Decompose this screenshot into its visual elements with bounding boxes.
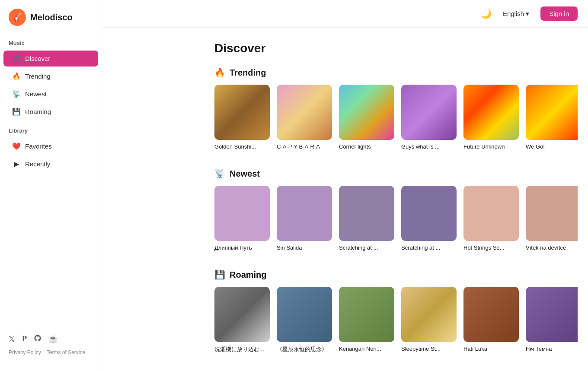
card-thumbnail bbox=[277, 85, 332, 140]
card-item[interactable]: Scratching at ... bbox=[339, 186, 394, 252]
card-thumbnail bbox=[401, 186, 457, 241]
page-title: Discover bbox=[214, 41, 578, 55]
theme-toggle-button[interactable]: 🌙 bbox=[481, 9, 492, 19]
trending-section-icon: 🔥 bbox=[214, 67, 225, 78]
sidebar: 🎸 Melodisco Music 🎵 Discover 🔥 Trending … bbox=[0, 0, 102, 371]
card-thumbnail bbox=[277, 287, 332, 342]
sidebar-item-trending[interactable]: 🔥 Trending bbox=[3, 68, 98, 84]
card-thumbnail bbox=[214, 186, 270, 241]
newest-section-header: 📡 Newest bbox=[214, 168, 578, 179]
sidebar-item-label: Roaming bbox=[25, 108, 51, 115]
music-section-label: Music bbox=[0, 40, 102, 50]
roaming-icon: 💾 bbox=[12, 108, 21, 116]
terms-of-service-link[interactable]: Terms of Service bbox=[47, 349, 85, 355]
roaming-section-icon: 💾 bbox=[214, 270, 225, 280]
sidebar-footer: 𝕏 𝐏 ☕ Privacy Policy Terms of Service bbox=[0, 327, 102, 362]
card-thumbnail bbox=[526, 85, 578, 140]
language-selector[interactable]: English ▾ bbox=[499, 7, 534, 20]
chevron-down-icon: ▾ bbox=[526, 10, 529, 18]
roaming-section-header: 💾 Roaming bbox=[214, 270, 578, 280]
trending-section-header: 🔥 Trending bbox=[214, 67, 578, 78]
sidebar-item-label: Discover bbox=[25, 55, 50, 62]
discover-icon: 🎵 bbox=[12, 54, 21, 63]
newest-section-label: Newest bbox=[230, 169, 260, 179]
card-thumbnail bbox=[401, 85, 457, 140]
sidebar-item-discover[interactable]: 🎵 Discover bbox=[3, 51, 98, 67]
logo[interactable]: 🎸 Melodisco bbox=[0, 9, 102, 36]
card-item[interactable]: C-A-P-Y-B-A-R-A bbox=[277, 85, 332, 151]
card-label: Hati Luka bbox=[463, 346, 519, 352]
sidebar-item-favorites[interactable]: ❤️ Favorites bbox=[3, 138, 98, 154]
sidebar-item-label: Favorites bbox=[25, 143, 52, 150]
card-thumbnail bbox=[339, 85, 394, 140]
card-item[interactable]: Golden Sunshi... bbox=[214, 85, 270, 151]
card-label: 《星辰永恒的思念》 bbox=[277, 346, 332, 353]
card-label: Guys what is ... bbox=[401, 143, 457, 150]
sidebar-item-label: Recently bbox=[25, 160, 50, 168]
roaming-section-label: Roaming bbox=[230, 270, 267, 280]
card-item[interactable]: Sin Salida bbox=[277, 186, 332, 252]
favorites-icon: ❤️ bbox=[12, 142, 21, 150]
sidebar-item-newest[interactable]: 📡 Newest bbox=[3, 86, 98, 102]
card-item[interactable]: Hati Luka bbox=[463, 287, 519, 353]
card-item[interactable]: We Go! bbox=[526, 85, 578, 151]
card-item[interactable]: Guys what is ... bbox=[401, 85, 457, 151]
sidebar-item-label: Newest bbox=[25, 90, 47, 98]
card-thumbnail bbox=[526, 186, 578, 241]
library-section-label: Library bbox=[0, 127, 102, 137]
card-thumbnail bbox=[526, 287, 578, 342]
app-name: Melodisco bbox=[30, 13, 73, 22]
card-item[interactable]: Scratching at ... bbox=[401, 186, 457, 252]
card-label: Hot Strings Se... bbox=[463, 244, 519, 251]
card-item[interactable]: Future Unknown bbox=[463, 85, 519, 151]
card-item[interactable]: Ніч Темна bbox=[526, 287, 578, 353]
twitter-icon[interactable]: 𝕏 bbox=[9, 334, 15, 344]
card-item[interactable]: 洗濯機に放り込む... bbox=[214, 287, 270, 353]
privacy-policy-link[interactable]: Privacy Policy bbox=[9, 349, 41, 355]
card-thumbnail bbox=[277, 186, 332, 241]
card-item[interactable]: Hot Strings Se... bbox=[463, 186, 519, 252]
card-item[interactable]: 《星辰永恒的思念》 bbox=[277, 287, 332, 353]
trending-section-label: Trending bbox=[230, 68, 266, 78]
footer-links: Privacy Policy Terms of Service bbox=[9, 349, 93, 355]
card-thumbnail bbox=[463, 186, 519, 241]
sign-in-button[interactable]: Sign in bbox=[540, 6, 578, 21]
trending-icon: 🔥 bbox=[12, 72, 21, 80]
github-icon[interactable] bbox=[34, 334, 42, 344]
card-thumbnail bbox=[339, 287, 394, 342]
newest-section-icon: 📡 bbox=[214, 168, 225, 179]
card-label: Vítek na devítce bbox=[526, 244, 578, 251]
newest-icon: 📡 bbox=[12, 90, 21, 98]
card-thumbnail bbox=[214, 287, 270, 342]
card-item[interactable]: Vítek na devítce bbox=[526, 186, 578, 252]
card-thumbnail bbox=[339, 186, 394, 241]
card-thumbnail bbox=[214, 85, 270, 140]
main-content: Discover 🔥 Trending Golden Sunshi... C-A… bbox=[204, 28, 588, 371]
card-label: Kenangan Nen... bbox=[339, 346, 394, 352]
social-icons: 𝕏 𝐏 ☕ bbox=[9, 334, 93, 344]
card-label: Ніч Темна bbox=[526, 346, 578, 352]
coffee-icon[interactable]: ☕ bbox=[48, 334, 58, 344]
sidebar-item-label: Trending bbox=[25, 73, 51, 80]
roaming-cards-row: 洗濯機に放り込む... 《星辰永恒的思念》 Kenangan Nen... Sl… bbox=[214, 287, 578, 357]
card-label: C-A-P-Y-B-A-R-A bbox=[277, 143, 332, 150]
card-item[interactable]: Sleepytime St... bbox=[401, 287, 457, 353]
card-label: Scratching at ... bbox=[339, 244, 394, 251]
recently-icon: ▶ bbox=[12, 160, 21, 168]
producthunt-icon[interactable]: 𝐏 bbox=[22, 334, 27, 344]
card-item[interactable]: Длинный Путь bbox=[214, 186, 270, 252]
card-thumbnail bbox=[463, 287, 519, 342]
card-thumbnail bbox=[463, 85, 519, 140]
sidebar-item-roaming[interactable]: 💾 Roaming bbox=[3, 104, 98, 120]
card-item[interactable]: Corner lights bbox=[339, 85, 394, 151]
card-label: Длинный Путь bbox=[214, 244, 270, 251]
sidebar-item-recently[interactable]: ▶ Recently bbox=[3, 156, 98, 172]
card-label: Sin Salida bbox=[277, 244, 332, 251]
card-label: Scratching at ... bbox=[401, 244, 457, 251]
logo-icon: 🎸 bbox=[9, 9, 26, 26]
trending-cards-row: Golden Sunshi... C-A-P-Y-B-A-R-A Corner … bbox=[214, 85, 578, 155]
card-label: Corner lights bbox=[339, 143, 394, 150]
card-label: Sleepytime St... bbox=[401, 346, 457, 352]
header: 🌙 English ▾ Sign in bbox=[102, 0, 588, 28]
card-item[interactable]: Kenangan Nen... bbox=[339, 287, 394, 353]
